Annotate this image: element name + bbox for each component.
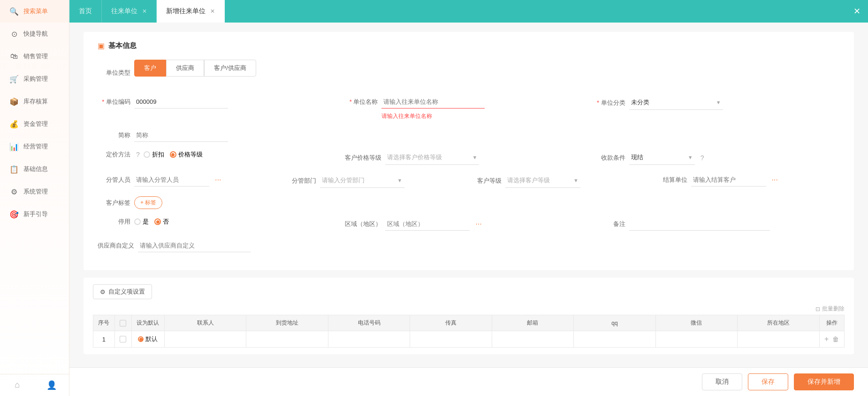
remark-input[interactable]: [629, 217, 770, 231]
dept-value: 请输入分管部门: [322, 176, 397, 185]
sidebar: 🔍 搜索菜单 ⊙ 快捷导航 🛍 销售管理 🛒 采购管理 📦 库存核算 💰 资金管…: [0, 0, 69, 396]
field-customer-price-level: 客户价格等级 请选择客户价格等级 ▼: [345, 150, 592, 165]
pricing-help-icon[interactable]: ?: [136, 151, 140, 158]
customer-price-level-select[interactable]: 请选择客户价格等级 ▼: [385, 150, 479, 165]
home-icon: ⊙: [9, 29, 19, 39]
tab-add-partner[interactable]: 新增往来单位 ✕: [157, 0, 225, 23]
disabled-no-radio[interactable]: [154, 218, 161, 225]
dept-select[interactable]: 请输入分管部门 ▼: [320, 173, 404, 188]
sidebar-item-basic-info[interactable]: 📋 基础信息: [0, 158, 69, 180]
field-settlement: 结算单位 ···: [655, 173, 840, 186]
cell-address[interactable]: [246, 331, 328, 348]
section-icon: ▣: [98, 41, 105, 50]
dept-label: 分管部门: [283, 177, 316, 185]
pricing-discount-option[interactable]: 折扣: [144, 150, 164, 159]
default-radio[interactable]: [138, 336, 144, 342]
settlement-more-btn[interactable]: ···: [770, 176, 780, 184]
col-action: 操作: [819, 315, 845, 331]
customer-price-level-arrow: ▼: [472, 155, 477, 160]
cell-phone[interactable]: [328, 331, 410, 348]
sidebar-item-system[interactable]: ⚙ 系统管理: [0, 180, 69, 203]
manager-more-btn[interactable]: ···: [213, 176, 223, 184]
col-phone: 电话号码: [328, 315, 410, 331]
field-payment-terms: 收款条件 现结 ▼ ?: [593, 150, 840, 165]
disabled-radio-group: 是 否: [134, 217, 169, 226]
field-pricing: 定价方法 ? 折扣 价格等级: [98, 150, 345, 159]
settlement-input[interactable]: [691, 173, 766, 186]
sidebar-item-inventory[interactable]: 📦 库存核算: [0, 90, 69, 113]
unit-name-label: 单位名称: [345, 98, 378, 106]
page-content: ▣ 基本信息 单位类型 客户 供应商 客户/供应商 单位编码: [69, 23, 868, 367]
row-abbreviation: 简称: [98, 129, 840, 142]
tab-home[interactable]: 首页: [69, 0, 102, 23]
tab-add-partner-close[interactable]: ✕: [210, 8, 215, 15]
cell-contact[interactable]: [165, 331, 246, 348]
section-title: 基本信息: [108, 41, 137, 50]
unit-code-input[interactable]: [134, 95, 228, 109]
unit-type-customer-btn[interactable]: 客户: [134, 60, 166, 77]
customer-level-select[interactable]: 请选择客户等级 ▼: [505, 173, 580, 188]
header-checkbox[interactable]: [120, 320, 126, 326]
tab-partner-list[interactable]: 往来单位 ✕: [102, 0, 157, 23]
cancel-button[interactable]: 取消: [702, 373, 742, 390]
unit-name-error: 请输入往来单位名称: [381, 113, 432, 119]
save-button[interactable]: 保存: [748, 373, 788, 390]
payment-help-icon[interactable]: ?: [700, 154, 704, 162]
disabled-yes-radio[interactable]: [134, 218, 141, 225]
disabled-yes-option[interactable]: 是: [134, 217, 149, 226]
address-input[interactable]: [251, 336, 323, 343]
footer-user-btn[interactable]: 👤: [35, 374, 69, 396]
sidebar-item-guide[interactable]: 🎯 新手引导: [0, 203, 69, 225]
row-manager: 分管人员 ··· 分管部门 请输入分管部门 ▼ 客户等级 请选择客户等级 ▼: [98, 173, 840, 188]
system-icon: ⚙: [9, 187, 19, 196]
disabled-no-option[interactable]: 否: [154, 217, 169, 226]
cell-seq: 1: [93, 331, 115, 348]
email-input[interactable]: [497, 336, 569, 343]
sidebar-item-quick-nav[interactable]: ⊙ 快捷导航: [0, 23, 69, 45]
unit-type-both-btn[interactable]: 客户/供应商: [204, 60, 256, 77]
col-region: 所在地区: [738, 315, 819, 331]
wechat-input[interactable]: [661, 336, 732, 343]
region-more-btn[interactable]: ···: [473, 220, 483, 228]
save-new-button[interactable]: 保存并新增: [794, 373, 854, 390]
cell-default: 默认: [131, 331, 164, 348]
qq-input[interactable]: [579, 336, 650, 343]
payment-terms-select[interactable]: 现结 ▼: [629, 150, 695, 165]
region-input[interactable]: [385, 217, 470, 231]
cell-region[interactable]: [738, 331, 819, 348]
manager-input[interactable]: [134, 173, 209, 186]
supplier-custom-input[interactable]: [138, 239, 251, 252]
pricing-price-level-option[interactable]: 价格等级: [170, 150, 203, 159]
sidebar-item-operations[interactable]: 📊 经营管理: [0, 135, 69, 158]
field-abbreviation: 简称: [98, 129, 840, 142]
unit-category-select[interactable]: 未分类 ▼: [629, 95, 723, 110]
sidebar-item-finance[interactable]: 💰 资金管理: [0, 113, 69, 135]
phone-input[interactable]: [333, 336, 405, 343]
unit-type-supplier-btn[interactable]: 供应商: [166, 60, 204, 77]
row-customer-tag: 客户标签 + 标签: [98, 196, 840, 209]
row-delete-btn[interactable]: 🗑: [832, 335, 839, 343]
sidebar-item-purchase[interactable]: 🛒 采购管理: [0, 68, 69, 90]
sidebar-item-sales[interactable]: 🛍 销售管理: [0, 45, 69, 68]
region-cell-input[interactable]: [742, 336, 814, 343]
cell-fax[interactable]: [410, 331, 492, 348]
fax-input[interactable]: [415, 336, 487, 343]
unit-name-input[interactable]: [381, 95, 485, 109]
tab-partner-list-close[interactable]: ✕: [142, 8, 147, 15]
cell-email[interactable]: [492, 331, 573, 348]
batch-delete-btn[interactable]: ⊡ 批量删除: [93, 305, 845, 313]
add-tag-btn[interactable]: + 标签: [134, 196, 162, 209]
row-checkbox[interactable]: [120, 336, 126, 342]
tab-bar-close-btn[interactable]: ✕: [846, 6, 868, 16]
sidebar-item-search[interactable]: 🔍 搜索菜单: [0, 0, 69, 23]
basic-info-icon: 📋: [9, 164, 19, 174]
abbreviation-input[interactable]: [134, 129, 228, 142]
pricing-price-level-radio[interactable]: [170, 151, 176, 158]
pricing-discount-radio[interactable]: [144, 151, 150, 158]
contact-input[interactable]: [169, 336, 241, 343]
footer-home-btn[interactable]: ⌂: [0, 374, 35, 396]
row-add-btn[interactable]: +: [824, 335, 829, 343]
cell-qq[interactable]: [574, 331, 655, 348]
cell-wechat[interactable]: [655, 331, 737, 348]
custom-settings-btn[interactable]: ⚙ 自定义项设置: [93, 284, 152, 299]
